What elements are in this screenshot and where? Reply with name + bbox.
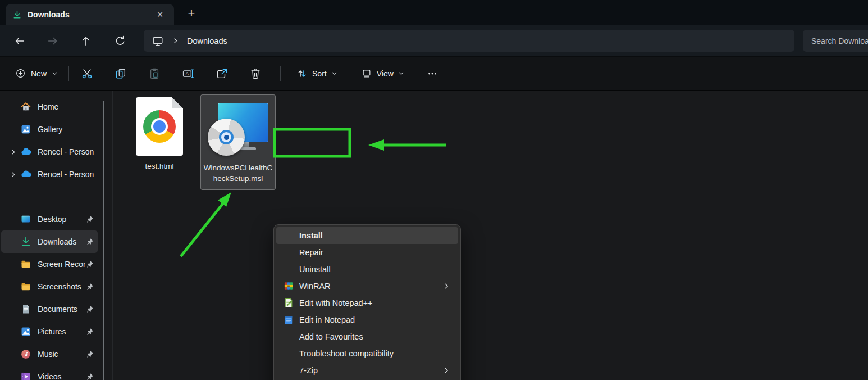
home-icon xyxy=(20,101,31,112)
navigation-bar: Downloads Search Downloads xyxy=(0,25,868,56)
forward-button[interactable] xyxy=(44,33,61,49)
back-button[interactable] xyxy=(11,33,28,49)
copy-button[interactable] xyxy=(109,62,132,85)
sidebar-item-screen-recordings[interactable]: Screen Recor xyxy=(1,253,98,275)
menu-item-install[interactable]: Install xyxy=(276,227,458,244)
winrar-icon xyxy=(283,281,294,292)
pin-icon xyxy=(85,327,94,336)
sidebar-item-documents[interactable]: Documents xyxy=(1,298,98,320)
more-options-button[interactable] xyxy=(421,62,444,85)
sidebar-item-videos[interactable]: Videos xyxy=(1,365,98,380)
file-name: test.html xyxy=(124,161,195,171)
up-button[interactable] xyxy=(77,33,94,49)
address-bar[interactable]: Downloads xyxy=(144,30,794,52)
sidebar-item-gallery[interactable]: Gallery xyxy=(1,118,98,141)
refresh-button[interactable] xyxy=(112,33,129,49)
share-icon xyxy=(216,67,228,80)
menu-item-edit-in-notepad[interactable]: Edit in Notepad xyxy=(276,311,458,328)
sidebar-item-music[interactable]: Music xyxy=(1,343,98,365)
music-icon xyxy=(20,349,31,360)
search-input[interactable]: Search Downloads xyxy=(803,30,868,52)
this-pc-icon xyxy=(152,35,164,47)
sidebar-item-onedrive-2[interactable]: Rencel - Persona xyxy=(1,163,98,186)
submenu-chevron-icon xyxy=(442,367,450,374)
menu-item-edit-with-notepad-plus-plus[interactable]: Edit with Notepad++ xyxy=(276,295,458,311)
pin-icon xyxy=(85,260,94,269)
file-test-html[interactable]: test.html xyxy=(131,96,188,180)
sidebar-scrollbar[interactable] xyxy=(103,101,104,380)
paste-button[interactable] xyxy=(143,62,166,85)
menu-item-7zip[interactable]: 7-Zip xyxy=(276,362,458,379)
pin-icon xyxy=(85,282,94,291)
folder-icon xyxy=(20,259,31,270)
pin-icon xyxy=(85,350,94,359)
menu-item-troubleshoot-compatibility[interactable]: Troubleshoot compatibility xyxy=(276,345,458,362)
submenu-chevron-icon xyxy=(442,282,450,290)
sidebar-item-pictures[interactable]: Pictures xyxy=(1,320,98,343)
toolbar-divider xyxy=(280,66,281,81)
toolbar-divider xyxy=(68,66,69,81)
menu-item-uninstall[interactable]: Uninstall xyxy=(276,261,458,278)
breadcrumb-location[interactable]: Downloads xyxy=(187,37,227,46)
view-button[interactable]: View xyxy=(354,63,411,84)
sidebar-item-desktop[interactable]: Desktop xyxy=(1,208,98,230)
menu-item-winrar[interactable]: WinRAR xyxy=(276,278,458,295)
pin-icon xyxy=(85,305,94,314)
tab-close-icon[interactable]: ✕ xyxy=(153,7,167,22)
sidebar: Home Gallery Rencel - Persona xyxy=(0,91,112,380)
onedrive-icon xyxy=(20,169,31,180)
scissors-icon xyxy=(81,67,93,80)
menu-item-repair[interactable]: Repair xyxy=(276,244,458,261)
command-bar: New A Sort View xyxy=(0,56,868,90)
documents-icon xyxy=(20,304,31,315)
disc-icon xyxy=(208,119,245,156)
new-button[interactable]: New xyxy=(8,63,65,84)
notepad-plus-plus-icon xyxy=(283,297,294,309)
menu-item-add-to-favourites[interactable]: Add to Favourites xyxy=(276,328,458,345)
search-placeholder: Search Downloads xyxy=(811,37,868,46)
sort-icon xyxy=(296,68,308,79)
share-button[interactable] xyxy=(211,62,233,85)
pin-icon xyxy=(85,215,94,224)
sidebar-item-screenshots[interactable]: Screenshots xyxy=(1,275,98,298)
notepad-icon xyxy=(283,314,294,325)
chevron-right-icon[interactable] xyxy=(6,171,20,178)
svg-text:A: A xyxy=(185,71,189,76)
pin-icon xyxy=(85,372,94,380)
ellipsis-icon xyxy=(427,68,438,79)
file-explorer-window: Downloads ✕ + Downloads Search Dow xyxy=(0,0,868,380)
sidebar-item-home[interactable]: Home xyxy=(1,96,98,118)
copy-icon xyxy=(115,67,127,80)
pin-icon xyxy=(85,237,94,246)
view-icon xyxy=(361,68,372,79)
videos-icon xyxy=(20,371,31,380)
chevron-right-icon[interactable] xyxy=(6,148,20,156)
sort-button[interactable]: Sort xyxy=(290,63,344,84)
rename-icon: A xyxy=(182,67,194,80)
tab-title: Downloads xyxy=(28,10,147,19)
clipboard-icon xyxy=(148,67,161,80)
chrome-logo-icon xyxy=(143,110,176,143)
trash-icon xyxy=(249,67,262,80)
rename-button[interactable]: A xyxy=(177,62,199,85)
chevron-down-icon xyxy=(398,70,404,76)
file-windows-pc-health-check-msi[interactable]: WindowsPCHealthCheckSetup.msi xyxy=(200,94,276,190)
file-list-area: test.html WindowsPCHealthCheckSetup.msi … xyxy=(112,91,868,380)
delete-button[interactable] xyxy=(244,62,267,85)
sidebar-item-onedrive-1[interactable]: Rencel - Persona xyxy=(1,141,98,163)
cut-button[interactable] xyxy=(76,62,98,85)
chevron-down-icon xyxy=(331,70,337,76)
sort-button-label: Sort xyxy=(312,69,327,78)
sidebar-divider xyxy=(0,186,112,208)
chrome-html-icon xyxy=(136,97,183,156)
sidebar-item-downloads[interactable]: Downloads xyxy=(1,230,98,253)
new-button-label: New xyxy=(31,69,47,78)
msi-installer-icon xyxy=(207,101,269,162)
breadcrumb-chevron-icon xyxy=(172,37,179,44)
folder-icon xyxy=(20,281,31,292)
tab-downloads[interactable]: Downloads ✕ xyxy=(6,4,174,25)
plus-circle-icon xyxy=(15,68,26,79)
chevron-down-icon xyxy=(52,70,58,76)
file-name: WindowsPCHealthCheckSetup.msi xyxy=(202,162,274,184)
new-tab-button[interactable]: + xyxy=(183,5,200,22)
